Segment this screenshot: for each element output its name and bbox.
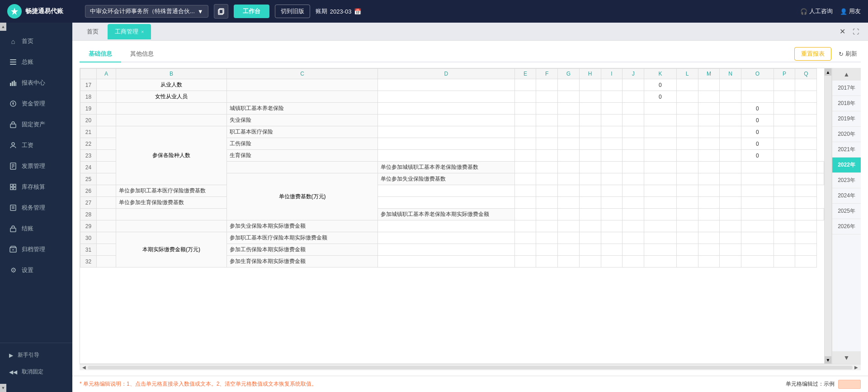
cell-h[interactable]	[579, 91, 601, 103]
year-item[interactable]: 2024年	[832, 188, 861, 204]
year-scroll-down[interactable]: ▼	[832, 351, 861, 364]
sidebar-item-closing[interactable]: 结账	[0, 218, 72, 239]
cell-m[interactable]	[698, 256, 720, 268]
cell-l[interactable]	[676, 79, 698, 91]
cell-n[interactable]	[720, 244, 741, 256]
scroll-track[interactable]	[825, 76, 831, 356]
cell-g[interactable]	[579, 173, 601, 185]
cell-k[interactable]	[644, 115, 677, 126]
cell-b[interactable]	[116, 209, 227, 220]
cell-a[interactable]	[97, 91, 116, 103]
cell-j[interactable]	[623, 138, 644, 150]
cell-l[interactable]	[676, 103, 698, 115]
cell-o[interactable]	[741, 197, 774, 209]
cell-l[interactable]	[676, 185, 698, 197]
cell-e[interactable]	[514, 138, 536, 150]
cell-q[interactable]	[795, 126, 817, 138]
cell-j[interactable]	[623, 232, 644, 244]
cell-k[interactable]	[644, 126, 677, 138]
cell-c[interactable]	[226, 79, 377, 91]
cell-n[interactable]	[720, 126, 741, 138]
sidebar-item-ledger[interactable]: 总账	[0, 52, 72, 72]
cell-j[interactable]	[623, 150, 644, 162]
cell-q[interactable]	[795, 197, 817, 209]
cell-g[interactable]	[558, 91, 580, 103]
cell-e[interactable]	[514, 256, 536, 268]
sidebar-item-assets[interactable]: 固定资产	[0, 114, 72, 135]
cell-b[interactable]	[116, 115, 227, 126]
year-item[interactable]: 2026年	[832, 219, 861, 234]
cell-l[interactable]	[676, 244, 698, 256]
sidebar-item-tax[interactable]: 税务管理	[0, 197, 72, 218]
cell-q[interactable]	[817, 209, 824, 220]
cell-o[interactable]: 0	[741, 103, 774, 115]
cell-o[interactable]: 0	[741, 126, 774, 138]
cell-f[interactable]	[536, 232, 558, 244]
cell-d[interactable]	[378, 220, 514, 232]
cell-o[interactable]	[741, 232, 774, 244]
cell-n[interactable]	[720, 197, 741, 209]
cell-m[interactable]	[698, 244, 720, 256]
cell-g[interactable]	[558, 244, 580, 256]
cell-f[interactable]	[536, 138, 558, 150]
cell-j[interactable]	[623, 115, 644, 126]
cell-a[interactable]	[97, 162, 116, 173]
cell-q[interactable]	[795, 220, 817, 232]
cell-l[interactable]	[676, 126, 698, 138]
cell-n[interactable]	[720, 232, 741, 244]
cell-e[interactable]	[514, 126, 536, 138]
cell-f[interactable]	[536, 197, 558, 209]
cell-i[interactable]	[623, 162, 644, 173]
cell-a[interactable]	[97, 209, 116, 220]
cell-h[interactable]	[579, 115, 601, 126]
cell-e[interactable]	[536, 209, 558, 220]
sidebar-item-funds[interactable]: 资金管理	[0, 93, 72, 114]
cell-h[interactable]	[579, 79, 601, 91]
cell-f[interactable]	[536, 79, 558, 91]
cell-p[interactable]	[774, 232, 795, 244]
cell-m[interactable]	[698, 150, 720, 162]
cell-m[interactable]	[698, 115, 720, 126]
cell-n[interactable]	[720, 91, 741, 103]
cell-j[interactable]	[623, 197, 644, 209]
cell-e[interactable]	[514, 115, 536, 126]
cell-q[interactable]	[795, 256, 817, 268]
year-item[interactable]: 2021年	[832, 142, 861, 158]
cell-p[interactable]	[774, 103, 795, 115]
cell-l[interactable]	[676, 197, 698, 209]
cell-j[interactable]	[623, 220, 644, 232]
cell-h[interactable]	[579, 244, 601, 256]
cell-j[interactable]	[623, 79, 644, 91]
cell-f[interactable]	[558, 209, 580, 220]
cell-n[interactable]	[720, 79, 741, 91]
tab-home[interactable]: 首页	[80, 24, 106, 39]
cell-d[interactable]	[378, 256, 514, 268]
cell-b[interactable]: 单位缴费基数(万元)	[226, 173, 377, 220]
cell-a[interactable]	[97, 115, 116, 126]
cell-i[interactable]	[601, 185, 623, 197]
cell-p[interactable]	[774, 91, 795, 103]
cell-c[interactable]: 参加工伤保险本期实际缴费金额	[226, 244, 377, 256]
year-item[interactable]: 2022年	[832, 158, 861, 173]
cell-k[interactable]	[644, 150, 677, 162]
cell-i[interactable]	[601, 197, 623, 209]
sidebar-scroll-up[interactable]: ▲	[0, 23, 6, 31]
cell-o[interactable]: 0	[741, 115, 774, 126]
cell-c[interactable]: 单位参加生育保险缴费基数	[116, 197, 227, 209]
cell-l[interactable]	[698, 209, 720, 220]
cell-a[interactable]	[97, 103, 116, 115]
cell-e[interactable]	[536, 162, 558, 173]
vertical-scrollbar[interactable]: ▲ ▼	[824, 68, 831, 363]
year-item[interactable]: 2025年	[832, 204, 861, 219]
cell-c[interactable]: 失业保险	[226, 115, 377, 126]
cell-d[interactable]	[378, 115, 514, 126]
cell-n[interactable]	[741, 209, 774, 220]
cell-q[interactable]	[795, 232, 817, 244]
cell-m[interactable]	[698, 79, 720, 91]
h-scroll-right-btn[interactable]: ▶	[853, 365, 860, 370]
cell-m[interactable]	[720, 209, 741, 220]
cell-k[interactable]: 0	[644, 79, 677, 91]
cell-k[interactable]	[644, 138, 677, 150]
cell-l[interactable]	[676, 150, 698, 162]
cell-q[interactable]	[795, 79, 817, 91]
